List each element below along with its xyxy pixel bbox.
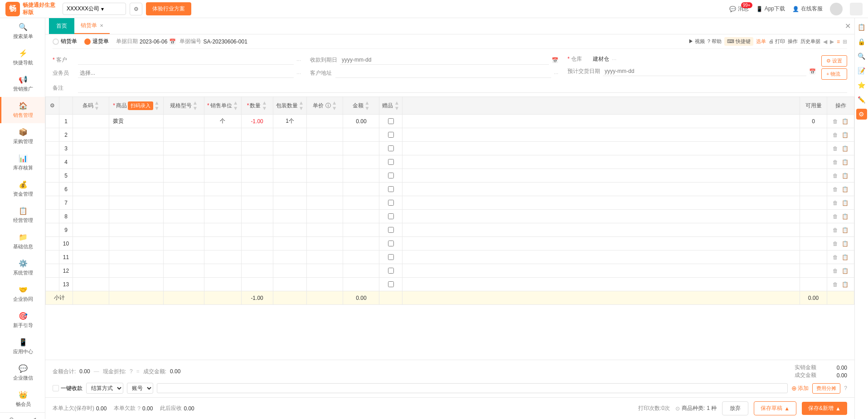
row-product[interactable] <box>109 264 164 278</box>
app-download-button[interactable]: 📱 App下载 <box>756 5 785 13</box>
tab-close-icon[interactable]: ✕ <box>100 23 103 28</box>
th-spec[interactable]: 规格型号▲▼ <box>164 97 204 115</box>
row-spec[interactable] <box>164 264 204 278</box>
row-unit[interactable] <box>204 237 242 250</box>
delete-icon[interactable]: 🗑 <box>833 227 838 233</box>
row-qty[interactable] <box>241 223 273 237</box>
row-spec[interactable] <box>164 128 204 142</box>
shortcut-btn[interactable]: ⌨ 快捷键 <box>724 37 753 46</box>
row-gift[interactable] <box>379 250 402 264</box>
sidebar-item-operations[interactable]: 📋 经营管理 <box>0 202 45 228</box>
row-barcode[interactable] <box>73 196 109 210</box>
note-input[interactable] <box>78 83 847 93</box>
gift-checkbox[interactable] <box>388 200 394 206</box>
row-gift[interactable] <box>379 155 402 169</box>
row-spec[interactable] <box>164 237 204 250</box>
row-qty[interactable] <box>241 250 273 264</box>
row-spec[interactable] <box>164 223 204 237</box>
row-price[interactable] <box>307 278 343 291</box>
sidebar-item-app-center[interactable]: 📱 应用中心 <box>0 333 45 360</box>
gift-checkbox[interactable] <box>388 132 394 138</box>
save-new-button[interactable]: 保存&新增 ▲ <box>802 402 847 415</box>
rp-star-icon[interactable]: ⭐ <box>856 80 867 91</box>
row-gift[interactable] <box>379 115 402 128</box>
th-config[interactable]: ⚙ <box>46 97 59 115</box>
row-unit[interactable] <box>204 169 242 183</box>
row-gift[interactable] <box>379 210 402 223</box>
row-qty[interactable] <box>241 237 273 250</box>
row-product[interactable] <box>109 278 164 291</box>
row-gift[interactable] <box>379 128 402 142</box>
customer-input[interactable] <box>78 55 294 65</box>
nav-next-icon[interactable]: ▶ <box>830 39 834 45</box>
row-spec[interactable] <box>164 183 204 196</box>
row-product[interactable] <box>109 250 164 264</box>
row-spec[interactable] <box>164 142 204 155</box>
row-amount[interactable] <box>343 278 379 291</box>
sidebar-collapse-icon[interactable]: ◀ <box>32 416 36 419</box>
copy-icon[interactable]: 📋 <box>842 227 849 233</box>
payment-due-calendar-icon[interactable]: 📅 <box>552 57 558 63</box>
copy-icon[interactable]: 📋 <box>842 132 849 138</box>
sidebar-item-guide[interactable]: 🎯 新手引导 <box>0 307 45 333</box>
row-gift[interactable] <box>379 196 402 210</box>
gift-checkbox[interactable] <box>388 173 394 178</box>
row-price[interactable] <box>307 169 343 183</box>
save-draft-button[interactable]: 保存草稿 ▲ <box>754 401 796 415</box>
row-price[interactable] <box>307 183 343 196</box>
nav-prev-icon[interactable]: ◀ <box>823 39 827 45</box>
row-unit[interactable] <box>204 142 242 155</box>
row-amount[interactable] <box>343 250 379 264</box>
view-grid-icon[interactable]: ⊞ <box>843 39 847 45</box>
gift-checkbox[interactable] <box>388 268 394 274</box>
sidebar-item-vip[interactable]: 👑 畅会员 <box>0 386 45 412</box>
row-qty[interactable] <box>241 155 273 169</box>
sidebar-item-purchase[interactable]: 📦 采购管理 <box>0 123 45 149</box>
row-spec[interactable] <box>164 210 204 223</box>
delivery-date-input[interactable] <box>603 67 806 76</box>
row-price[interactable] <box>307 264 343 278</box>
delete-icon[interactable]: 🗑 <box>833 118 838 125</box>
help-btn[interactable]: ? 帮助 <box>708 38 722 45</box>
row-pkgqty[interactable] <box>273 278 307 291</box>
user-menu[interactable] <box>850 3 863 15</box>
row-price[interactable] <box>307 115 343 128</box>
row-price[interactable] <box>307 223 343 237</box>
total-owe-help[interactable]: ? <box>137 405 141 412</box>
radio-sales[interactable]: 销货单 <box>53 38 77 45</box>
gift-checkbox[interactable] <box>388 145 394 151</box>
th-gift[interactable]: 赠品▲▼ <box>379 97 402 115</box>
rp-note-icon[interactable]: 📝 <box>856 65 867 76</box>
online-service-button[interactable]: 👤 在线客服 <box>792 5 823 13</box>
row-pkgqty[interactable] <box>273 142 307 155</box>
rp-orange-icon[interactable]: ⚙ <box>856 109 867 120</box>
row-unit[interactable] <box>204 128 242 142</box>
row-barcode[interactable] <box>73 128 109 142</box>
gift-checkbox[interactable] <box>388 241 394 246</box>
radio-return[interactable]: 退货单 <box>84 38 109 45</box>
gift-checkbox[interactable] <box>388 213 394 219</box>
row-product[interactable] <box>109 169 164 183</box>
delete-icon[interactable]: 🗑 <box>833 186 838 193</box>
row-unit[interactable] <box>204 183 242 196</box>
copy-icon[interactable]: 📋 <box>842 213 849 220</box>
row-qty[interactable]: -1.00 <box>241 115 273 128</box>
row-gift[interactable] <box>379 264 402 278</box>
row-qty[interactable] <box>241 128 273 142</box>
row-barcode[interactable] <box>73 142 109 155</box>
row-barcode[interactable] <box>73 278 109 291</box>
row-amount[interactable]: 0.00 <box>343 115 379 128</box>
settlement-method-select[interactable]: 结算方式 <box>86 383 123 394</box>
gift-checkbox[interactable] <box>388 227 394 233</box>
delete-icon[interactable]: 🗑 <box>833 173 838 179</box>
row-gift[interactable] <box>379 278 402 291</box>
row-pkgqty[interactable] <box>273 210 307 223</box>
copy-icon[interactable]: 📋 <box>842 118 849 125</box>
message-button[interactable]: 💬 消息 99+ <box>729 5 749 13</box>
sidebar-item-quick-nav[interactable]: ⚡ 快捷导航 <box>0 44 45 71</box>
tab-sales-bill[interactable]: 销货单 ✕ <box>74 18 110 34</box>
delete-icon[interactable]: 🗑 <box>833 159 838 165</box>
delete-icon[interactable]: 🗑 <box>833 241 838 247</box>
amount-input[interactable] <box>157 383 788 393</box>
trial-button[interactable]: 体验行业方案 <box>146 2 191 15</box>
